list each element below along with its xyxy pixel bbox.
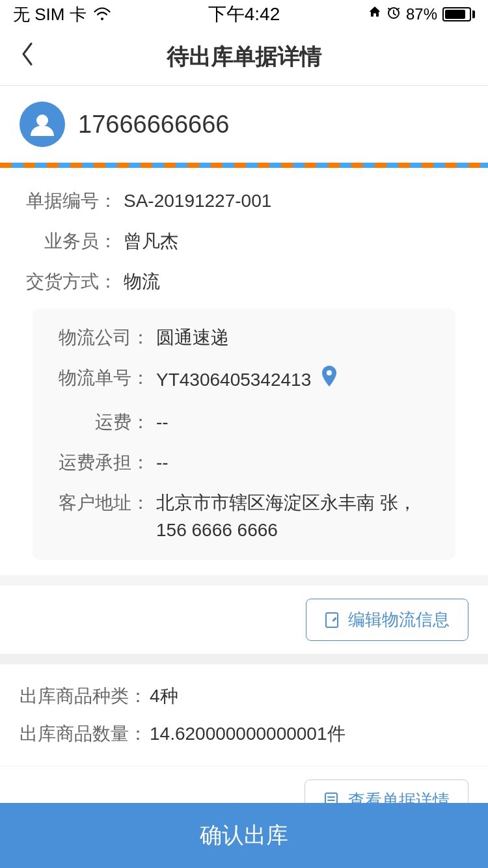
edit-logistics-button[interactable]: 编辑物流信息 [306,599,468,641]
battery-percent: 87% [406,5,437,23]
customer-avatar [20,102,65,147]
status-bar-time: 下午4:42 [208,2,280,27]
product-types-label: 出库商品种类： [20,684,150,709]
page-title: 待出库单据详情 [167,42,321,72]
logistics-tracking-label: 物流单号： [52,364,156,392]
alarm-icon [386,5,401,23]
svg-point-1 [36,115,48,126]
product-quantity-row: 出库商品数量： 14.620000000000001件 [20,722,468,746]
logistics-company-label: 物流公司： [52,324,156,351]
edit-btn-row: 编辑物流信息 [0,586,488,654]
freight-value: -- [156,409,436,436]
person-icon [28,110,57,139]
dashed-divider [0,163,488,168]
freight-row: 运费： -- [52,409,436,436]
product-quantity-label: 出库商品数量： [20,722,150,746]
delivery-row: 交货方式： 物流 [20,268,468,295]
carrier-label: 无 SIM 卡 [13,3,87,26]
delivery-value: 物流 [124,268,468,295]
location-status-icon [368,5,381,23]
address-row: 客户地址： 北京市市辖区海淀区永丰南 张，156 6666 6666 [52,489,436,544]
tracking-number: YT4306405342413 [156,366,311,394]
confirm-btn-label: 确认出库 [200,821,288,850]
salesperson-value: 曾凡杰 [124,228,468,255]
status-bar: 无 SIM 卡 下午4:42 87% [0,0,488,29]
nav-bar: 待出库单据详情 [0,29,488,86]
status-bar-right: 87% [368,5,475,23]
order-no-value: SA-20191227-001 [124,187,468,215]
logistics-company-row: 物流公司： 圆通速递 [52,324,436,351]
address-value: 北京市市辖区海淀区永丰南 张，156 6666 6666 [156,489,436,544]
customer-header: 17666666666 [0,86,488,163]
svg-rect-3 [326,613,338,627]
freight-bearer-row: 运费承担： -- [52,449,436,476]
order-no-label: 单据编号： [20,187,124,215]
map-pin-icon[interactable] [319,364,340,396]
address-label: 客户地址： [52,489,156,517]
product-quantity-value: 14.620000000000001件 [150,722,346,746]
battery-icon [442,7,475,21]
logistics-company-value: 圆通速递 [156,324,436,351]
svg-point-2 [327,370,332,375]
freight-label: 运费： [52,409,156,436]
delivery-label: 交货方式： [20,268,124,295]
wifi-icon [93,5,111,25]
freight-bearer-label: 运费承担： [52,449,156,476]
product-types-value: 4种 [150,684,178,709]
product-summary: 出库商品种类： 4种 出库商品数量： 14.620000000000001件 [0,664,488,766]
edit-icon [325,612,342,629]
salesperson-label: 业务员： [20,228,124,255]
status-bar-left: 无 SIM 卡 [13,3,111,26]
order-no-row: 单据编号： SA-20191227-001 [20,187,468,215]
order-info-section: 单据编号： SA-20191227-001 业务员： 曾凡杰 交货方式： 物流 … [0,168,488,575]
logistics-tracking-value: YT4306405342413 [156,364,436,396]
product-types-row: 出库商品种类： 4种 [20,684,468,709]
logistics-tracking-row: 物流单号： YT4306405342413 [52,364,436,396]
edit-logistics-label: 编辑物流信息 [348,608,450,631]
salesperson-row: 业务员： 曾凡杰 [20,228,468,255]
back-button[interactable] [20,41,35,73]
customer-phone: 17666666666 [78,111,229,139]
freight-bearer-value: -- [156,449,436,476]
logistics-card: 物流公司： 圆通速递 物流单号： YT4306405342413 运费： -- … [33,308,455,560]
confirm-btn-container[interactable]: 确认出库 [0,803,488,868]
section-divider [0,654,488,664]
